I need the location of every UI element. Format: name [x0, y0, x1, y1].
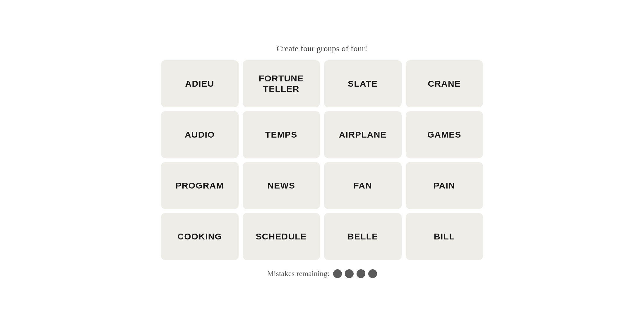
card-label-9: NEWS: [267, 180, 295, 191]
card-4[interactable]: AUDIO: [161, 111, 239, 158]
mistakes-dots: [333, 269, 377, 278]
card-0[interactable]: ADIEU: [161, 60, 239, 107]
card-label-12: COOKING: [177, 231, 222, 242]
card-15[interactable]: BILL: [406, 213, 483, 260]
mistakes-row: Mistakes remaining:: [267, 269, 377, 278]
card-label-3: CRANE: [428, 78, 461, 89]
card-label-5: TEMPS: [265, 129, 297, 140]
card-label-13: SCHEDULE: [256, 231, 307, 242]
card-6[interactable]: AIRPLANE: [324, 111, 402, 158]
mistake-dot-2: [357, 269, 365, 278]
card-grid: ADIEUFORTUNE TELLERSLATECRANEAUDIOTEMPSA…: [161, 60, 483, 260]
card-label-2: SLATE: [348, 78, 378, 89]
mistake-dot-0: [333, 269, 342, 278]
card-14[interactable]: BELLE: [324, 213, 402, 260]
card-11[interactable]: PAIN: [406, 162, 483, 209]
card-2[interactable]: SLATE: [324, 60, 402, 107]
card-label-14: BELLE: [347, 231, 378, 242]
subtitle: Create four groups of four!: [277, 44, 368, 53]
card-label-8: PROGRAM: [176, 180, 224, 191]
game-container: Create four groups of four! ADIEUFORTUNE…: [161, 44, 483, 278]
card-12[interactable]: COOKING: [161, 213, 239, 260]
card-10[interactable]: FAN: [324, 162, 402, 209]
card-label-1: FORTUNE TELLER: [247, 73, 316, 94]
card-9[interactable]: NEWS: [243, 162, 320, 209]
card-label-7: GAMES: [427, 129, 461, 140]
card-label-0: ADIEU: [185, 78, 214, 89]
card-7[interactable]: GAMES: [406, 111, 483, 158]
card-5[interactable]: TEMPS: [243, 111, 320, 158]
card-label-4: AUDIO: [185, 129, 215, 140]
card-label-10: FAN: [353, 180, 372, 191]
mistake-dot-1: [345, 269, 354, 278]
card-8[interactable]: PROGRAM: [161, 162, 239, 209]
mistake-dot-3: [368, 269, 377, 278]
card-3[interactable]: CRANE: [406, 60, 483, 107]
card-1[interactable]: FORTUNE TELLER: [243, 60, 320, 107]
card-label-15: BILL: [434, 231, 455, 242]
card-13[interactable]: SCHEDULE: [243, 213, 320, 260]
card-label-11: PAIN: [434, 180, 455, 191]
mistakes-label: Mistakes remaining:: [267, 269, 329, 278]
card-label-6: AIRPLANE: [339, 129, 387, 140]
